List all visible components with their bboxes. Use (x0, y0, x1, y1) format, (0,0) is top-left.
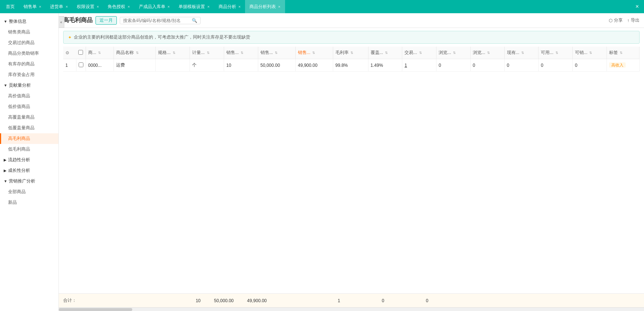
nav-tab-analysis[interactable]: 商品分析 × (214, 0, 245, 13)
nav-tab-analysis-list-close[interactable]: × (278, 4, 280, 9)
nav-tab-sales[interactable]: 销售单 × (19, 0, 46, 13)
nav-tab-permissions[interactable]: 权限设置 × (72, 0, 103, 13)
nav-tab-roles[interactable]: 角色授权 × (103, 0, 134, 13)
sidebar-group-growth-arrow: ▶ (4, 169, 7, 173)
time-filter-button[interactable]: 近一月 (96, 16, 117, 25)
sidebar-item-sales-goods[interactable]: 销售类商品 (0, 27, 58, 37)
sidebar-item-category-rate-label: 商品分类助销率 (8, 51, 39, 56)
sort-icon-code: ⇅ (98, 51, 101, 55)
sidebar-item-high-margin[interactable]: 高毛利商品 (0, 133, 58, 144)
info-banner-text: 企业的主要的利润都是这部分商品创造的，可考虑加大推广，同时关注库存是不要出现缺货 (74, 34, 250, 40)
cell-checkbox[interactable] (76, 59, 86, 72)
sidebar-item-high-margin-label: 高毛利商品 (8, 136, 30, 141)
cell-name[interactable]: 运费 (114, 59, 156, 72)
sidebar-group-growth[interactable]: ▶ 成长性分析 (0, 165, 58, 176)
sidebar-item-sales-goods-label: 销售类商品 (8, 29, 30, 35)
sort-icon-sales-amount: ⇅ (275, 51, 278, 55)
nav-tab-home-label: 首页 (6, 4, 15, 10)
nav-tab-inventory-close[interactable]: × (168, 4, 170, 9)
col-margin-rate[interactable]: 毛利率 ⇅ (333, 47, 368, 59)
sidebar-item-all-goods[interactable]: 全部商品 (0, 187, 58, 197)
nav-tab-inventory-label: 产成品入库单 (139, 4, 165, 10)
nav-tab-purchase[interactable]: 进货单 × (46, 0, 72, 13)
nav-tab-permissions-close[interactable]: × (97, 4, 99, 9)
col-name[interactable]: 商品名称 ⇅ (114, 47, 156, 59)
nav-tab-analysis-list-label: 商品分析列表 (249, 4, 276, 10)
sidebar-group-marketing-arrow: ▼ (4, 179, 7, 183)
col-browse2[interactable]: 浏览... ⇅ (470, 47, 504, 59)
col-sales-amount[interactable]: 销售... ⇅ (258, 47, 295, 59)
share-button[interactable]: ⬡ 分享 (609, 17, 623, 23)
nav-tab-analysis-close[interactable]: × (238, 4, 241, 9)
nav-tab-purchase-close[interactable]: × (65, 4, 68, 9)
sort-icon-tag: ⇅ (620, 51, 623, 55)
row-checkbox[interactable] (79, 62, 83, 67)
nav-tab-sales-close[interactable]: × (39, 4, 41, 9)
sidebar-item-low-value-label: 低价值商品 (8, 104, 30, 109)
sidebar-item-stock-fund[interactable]: 库存资金占用 (0, 69, 58, 80)
nav-tab-template-close[interactable]: × (207, 4, 209, 9)
sidebar-item-stock-fund-label: 库存资金占用 (8, 72, 35, 77)
info-banner: ✦ 企业的主要的利润都是这部分商品创造的，可考虑加大推广，同时关注库存是不要出现… (63, 31, 640, 44)
sidebar-group-marketing[interactable]: ▼ 营销推广分析 (0, 176, 58, 187)
col-available[interactable]: 可用... ⇅ (539, 47, 573, 59)
sidebar-item-in-stock[interactable]: 有库存的商品 (0, 59, 58, 69)
sidebar-item-low-coverage[interactable]: 低覆盖量商品 (0, 123, 58, 133)
sidebar-item-traded-goods[interactable]: 交易过的商品 (0, 37, 58, 48)
col-trade-count[interactable]: 交易... ⇅ (402, 47, 436, 59)
horizontal-scrollbar[interactable] (59, 307, 644, 311)
cell-unit: 个 (190, 59, 224, 72)
col-spec[interactable]: 规格... ⇅ (156, 47, 190, 59)
col-code[interactable]: 商... ⇅ (86, 47, 114, 59)
sort-icon-browse2: ⇅ (487, 51, 490, 55)
col-gear[interactable]: ⚙ (63, 47, 76, 59)
search-input-wrap: 🔍 (120, 17, 201, 24)
col-sales-count[interactable]: 销售... ⇅ (224, 47, 258, 59)
sidebar-item-new-goods[interactable]: 新品 (0, 197, 58, 208)
search-input[interactable] (123, 18, 192, 23)
sidebar-collapse-button[interactable]: « (59, 16, 64, 28)
cell-sales-count: 10 (224, 59, 258, 72)
sidebar-item-traded-goods-label: 交易过的商品 (8, 40, 35, 45)
sidebar-item-new-goods-label: 新品 (8, 200, 17, 205)
nav-tab-inventory[interactable]: 产成品入库单 × (134, 0, 174, 13)
sort-icon-name: ⇅ (136, 51, 139, 55)
sidebar-item-low-margin[interactable]: 低毛利商品 (0, 144, 58, 155)
sidebar-item-low-coverage-label: 低覆盖量商品 (8, 125, 35, 130)
sidebar-item-low-value[interactable]: 低价值商品 (0, 101, 58, 112)
col-sales-profit[interactable]: 销售... ⇅ (295, 47, 333, 59)
cell-tag: 高收入 (607, 59, 639, 72)
col-tag[interactable]: 标签 ⇅ (607, 47, 639, 59)
cell-coverage: 1.49% (368, 59, 402, 72)
search-icon[interactable]: 🔍 (192, 18, 197, 23)
sidebar-item-category-rate[interactable]: 商品分类助销率 (0, 48, 58, 59)
sidebar-group-overall[interactable]: ▼ 整体信息 (0, 16, 58, 27)
trade-count-link[interactable]: 1 (404, 63, 407, 68)
col-unit[interactable]: 计量... ⇅ (190, 47, 224, 59)
col-browse1[interactable]: 浏览... ⇅ (436, 47, 471, 59)
col-coverage[interactable]: 覆盖... ⇅ (368, 47, 402, 59)
cell-current-stock: 0 (504, 59, 539, 72)
sidebar-item-high-coverage[interactable]: 高覆盖量商品 (0, 112, 58, 123)
col-checkbox[interactable] (76, 47, 86, 59)
cell-browse1: 0 (436, 59, 471, 72)
table-row: 1 0000... 运费 个 10 50,000.00 49,900.00 99… (63, 59, 640, 72)
col-current-stock[interactable]: 现有... ⇅ (504, 47, 539, 59)
nav-tab-template[interactable]: 单据模板设置 × (174, 0, 214, 13)
window-close-button[interactable]: × (632, 3, 643, 10)
sidebar-item-high-value[interactable]: 高价值商品 (0, 91, 58, 101)
nav-tab-roles-close[interactable]: × (127, 4, 130, 9)
export-button[interactable]: ↑ 导出 (627, 17, 640, 23)
sidebar-group-contribution[interactable]: ▼ 贡献量分析 (0, 80, 58, 91)
nav-tab-home[interactable]: 首页 (1, 0, 19, 13)
content-area: « 高毛利商品 近一月 🔍 ⬡ 分享 ↑ 导出 ✦ 企 (59, 13, 644, 311)
nav-tab-analysis-list[interactable]: 商品分析列表 × (245, 0, 285, 13)
nav-tab-purchase-label: 进货单 (50, 4, 63, 10)
select-all-checkbox[interactable] (78, 50, 83, 55)
sidebar-group-trend[interactable]: ▶ 流趋性分析 (0, 155, 58, 165)
col-saleable[interactable]: 可销... ⇅ (573, 47, 607, 59)
cell-code[interactable]: 0000... (86, 59, 114, 72)
top-navigation: 首页 销售单 × 进货单 × 权限设置 × 角色授权 × 产成品入库单 × 单据… (0, 0, 644, 13)
scroll-thumb[interactable] (59, 308, 132, 311)
sidebar-group-overall-label: 整体信息 (9, 18, 26, 25)
